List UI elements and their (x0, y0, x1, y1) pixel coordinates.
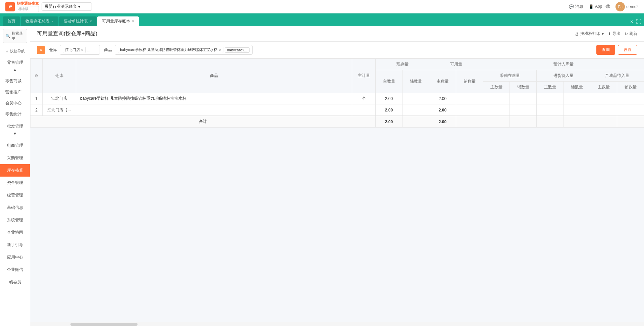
th-stock-main: 主数量 (376, 70, 402, 93)
sidebar-item-app-center[interactable]: 应用中心 (0, 251, 30, 264)
row-2-stock-aux (402, 104, 429, 116)
sidebar-item-operations[interactable]: 经营管理 (0, 189, 30, 201)
print-icon: 🖨 (575, 32, 579, 36)
tab-close-order[interactable]: × (90, 19, 92, 23)
logo-area: 好 畅捷通好生意 标准版 (5, 1, 39, 12)
th-product: 商品 (76, 59, 352, 93)
row-1-production-main (590, 93, 617, 104)
sidebar-item-ecommerce[interactable]: 电商管理 (0, 139, 30, 152)
sidebar-item-finance[interactable]: 资金管理 (0, 177, 30, 189)
row-2-available-aux (456, 104, 483, 116)
search-menu-button[interactable]: 🔍 搜索菜单 (3, 29, 27, 43)
th-available-group: 可用量 (429, 59, 483, 70)
refresh-button[interactable]: ↻ 刷新 (625, 31, 637, 37)
row-2-product (76, 104, 352, 116)
inventory-table: ⚙ 仓库 商品 主计量 现存量 可用量 预计入库量 主数量 辅数量 主数量 辅数… (30, 58, 644, 128)
row-1-available-main: 2.00 (429, 93, 456, 104)
tab-close-available[interactable]: × (132, 19, 134, 23)
tab-order-stats[interactable]: 要货单统计表 × (59, 16, 97, 26)
content-area: 可用量查询(按仓库+商品) 🖨 按模板打印 ▾ ⬆ 导出 ↻ 刷新 (30, 26, 644, 326)
total-production-main (590, 116, 617, 128)
sidebar-item-purchase[interactable]: 采购管理 (0, 152, 30, 164)
sidebar-item-new-guide[interactable]: 新手引导 (0, 239, 30, 251)
sidebar-item-enterprise-collab[interactable]: 企业协同 (0, 226, 30, 239)
tab-home[interactable]: 首页 (3, 16, 20, 26)
chevron-icon: ▲ (13, 67, 17, 72)
filter-actions: 查询 设置 (596, 45, 637, 55)
page-title: 可用量查询(按仓库+商品) (37, 30, 97, 37)
tab-receive-summary[interactable]: 收发存汇总表 × (21, 16, 58, 26)
sidebar-item-retail-stats[interactable]: 零售统计 (0, 109, 30, 120)
scroll-thumb[interactable] (70, 323, 138, 326)
export-button[interactable]: ⬆ 导出 (608, 31, 621, 37)
query-button[interactable]: 查询 (596, 45, 615, 55)
sidebar-section-retail: 零售管理 ▲ 零售商城 营销推广 会员中心 零售统计 (0, 56, 30, 120)
row-1-inbound-main (537, 93, 564, 104)
search-icon: 🔍 (6, 34, 10, 38)
row-2-warehouse: 江北门店【... (43, 104, 76, 116)
warehouse-more-button[interactable]: ... (87, 48, 90, 52)
sidebar-item-retail-mgmt[interactable]: 零售管理 ▲ (0, 56, 30, 76)
th-settings: ⚙ (31, 59, 43, 93)
refresh-icon: ↻ (625, 32, 628, 36)
message-button[interactable]: 💬 消息 (569, 4, 583, 9)
horizontal-scrollbar[interactable] (30, 322, 644, 326)
product-input[interactable]: babycare学饮杯 儿童防摔防撞吸管杯重力球吸嘴杯宝宝水杯 × babyca… (115, 45, 253, 55)
sidebar-item-inventory[interactable]: 库存核算 (0, 164, 30, 177)
th-inbound-aux: 辅数量 (564, 82, 590, 93)
top-bar-left: 好 畅捷通好生意 标准版 母婴行业演示账套 ▾ (5, 1, 92, 12)
close-all-tabs-button[interactable]: × (630, 19, 633, 25)
row-2-unit (352, 104, 376, 116)
product-tag-1: babycare学饮杯 儿童防摔防撞吸管杯重力球吸嘴杯宝宝水杯 × (118, 47, 223, 53)
warehouse-input[interactable]: 江北门店 × ... (60, 45, 100, 55)
logo-icon: 好 (5, 2, 15, 11)
nav-icon: ☆ (5, 49, 9, 53)
product-filter: 商品 babycare学饮杯 儿童防摔防撞吸管杯重力球吸嘴杯宝宝水杯 × bab… (104, 45, 253, 55)
filter-area: » 仓库 江北门店 × ... 商品 babycare学饮杯 儿童防摔防撞吸管杯… (30, 42, 644, 58)
sidebar-item-retail-mall[interactable]: 零售商城 (0, 76, 30, 87)
sidebar-item-wholesale-mgmt[interactable]: 批发管理 ▼ (0, 120, 30, 139)
user-menu[interactable]: Ea demo2 (615, 2, 639, 11)
product-tag-2: babycare?... (225, 47, 250, 53)
row-1-production-aux (617, 93, 644, 104)
th-planned-inbound-group: 预计入库量 (483, 59, 644, 70)
row-1-stock-aux (402, 93, 429, 104)
fullscreen-button[interactable]: ⛶ (636, 19, 641, 25)
th-unit: 主计量 (352, 59, 376, 93)
row-2-production-main (590, 104, 617, 116)
setting-button[interactable]: 设置 (618, 45, 637, 55)
total-purchase-main (483, 116, 510, 128)
th-stock-aux: 辅数量 (402, 70, 429, 93)
th-production-aux: 辅数量 (617, 82, 644, 93)
sidebar-item-marketing[interactable]: 营销推广 (0, 87, 30, 98)
row-2-production-aux (617, 104, 644, 116)
chevron-down-icon: ▾ (78, 4, 80, 9)
product-tag-1-close[interactable]: × (219, 48, 221, 52)
warehouse-tag: 江北门店 × (63, 47, 86, 53)
row-2-purchase-main (483, 104, 510, 116)
warehouse-tag-close[interactable]: × (81, 48, 83, 52)
chevron-down-icon: ▼ (13, 131, 17, 136)
sidebar: 🔍 搜索菜单 ☆ 快捷导航 零售管理 ▲ 零售商城 营销推广 会员中心 零售统计 (0, 26, 30, 326)
sidebar-item-system-mgmt[interactable]: 系统管理 (0, 214, 30, 226)
filter-expand-button[interactable]: » (37, 46, 45, 54)
sidebar-search-area: 🔍 搜索菜单 (0, 26, 30, 46)
app-download-button[interactable]: 📱 App下载 (589, 4, 610, 9)
th-warehouse: 仓库 (43, 59, 76, 93)
page-header: 可用量查询(按仓库+商品) 🖨 按模板打印 ▾ ⬆ 导出 ↻ 刷新 (30, 26, 644, 42)
sidebar-item-member-center[interactable]: 会员中心 (0, 98, 30, 109)
column-settings-icon[interactable]: ⚙ (35, 74, 38, 78)
tab-close-receive[interactable]: × (52, 19, 54, 23)
th-current-stock-group: 现存量 (376, 59, 429, 70)
sidebar-item-member-plus[interactable]: 畅会员 (0, 276, 30, 288)
tab-bar: 首页 收发存汇总表 × 要货单统计表 × 可用量库存账本 × × ⛶ (0, 13, 644, 26)
print-button[interactable]: 🖨 按模板打印 ▾ (575, 31, 604, 37)
sidebar-item-basic-info[interactable]: 基础信息 (0, 201, 30, 214)
quick-nav-button[interactable]: ☆ 快捷导航 (0, 46, 30, 56)
row-1-available-aux (456, 93, 483, 104)
th-production-pending-group: 产成品待入量 (590, 70, 644, 82)
avatar: Ea (615, 2, 625, 11)
tenant-selector[interactable]: 母婴行业演示账套 ▾ (42, 2, 92, 11)
tab-available-inventory[interactable]: 可用量库存账本 × (97, 16, 139, 26)
sidebar-item-enterprise-wechat[interactable]: 企业微信 (0, 264, 30, 276)
